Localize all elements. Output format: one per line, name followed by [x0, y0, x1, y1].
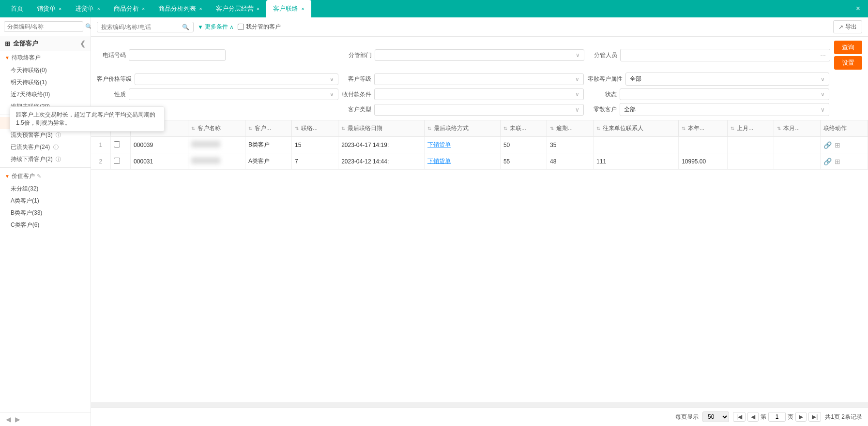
th-name: ⇅ 客户名称: [188, 120, 245, 137]
sidebar-search-icon[interactable]: 🔍: [85, 23, 91, 30]
td-this-month-1: [774, 137, 821, 153]
sidebar-item-today[interactable]: 今天待联络(0): [0, 64, 91, 76]
filter-dept-select[interactable]: ∨: [375, 49, 585, 61]
filter-customer-grade-select[interactable]: ∨: [374, 73, 584, 85]
sidebar-search-container: 🔍: [0, 17, 91, 36]
nav-product-list-close[interactable]: ×: [199, 6, 202, 12]
set-button[interactable]: 设置: [834, 56, 862, 70]
row1-checkbox[interactable]: [114, 141, 120, 147]
th-company-contact: ⇅ 往来单位联系人: [594, 120, 679, 137]
nav-customer-contact-close[interactable]: ×: [301, 6, 304, 12]
th-unlinked: ⇅ 未联...: [500, 120, 547, 137]
nav-product-analysis[interactable]: 商品分析 ×: [107, 0, 152, 17]
filter-payment-select[interactable]: ∨: [374, 88, 584, 100]
sort-icon-this-month[interactable]: ⇅: [777, 126, 781, 131]
sidebar-item-ungrouped[interactable]: 未分组(32): [0, 183, 91, 195]
nav-customer-layering-close[interactable]: ×: [257, 6, 259, 12]
sort-icon-last-date[interactable]: ⇅: [341, 126, 345, 131]
sidebar-next-btn[interactable]: ▶: [13, 414, 22, 424]
nav-purchase-close[interactable]: ×: [97, 6, 100, 12]
content-area: 🔍 ▼ 更多条件 ∧ 我分管的客户 ↗ 导出 电话号码: [91, 17, 868, 426]
export-button[interactable]: ↗ 导出: [833, 20, 862, 33]
td-checkbox-1: [110, 137, 131, 153]
filter-dept: 分管部门 ∨: [343, 49, 585, 61]
filter-dept-label: 分管部门: [343, 51, 372, 59]
filter-nature-select[interactable]: ∨: [129, 88, 338, 100]
sort-icon-this-year[interactable]: ⇅: [682, 126, 685, 131]
sort-icon-unlinked[interactable]: ⇅: [503, 126, 507, 131]
nav-product-analysis-close[interactable]: ×: [142, 6, 145, 12]
query-button[interactable]: 查询: [834, 41, 862, 54]
toolbar-search-input[interactable]: [101, 24, 180, 30]
filter-status-label: 状态: [588, 90, 617, 99]
sort-icon-name[interactable]: ⇅: [191, 126, 195, 131]
next-page-btn[interactable]: ▶: [795, 412, 807, 422]
nav-sales-label: 销货单: [37, 4, 56, 13]
nav-customer-layering[interactable]: 客户分层经营 ×: [209, 0, 266, 17]
sidebar-item-declining[interactable]: 持续下滑客户(2) ⓘ: [0, 153, 91, 165]
nav-purchase[interactable]: 进货单 ×: [68, 0, 107, 17]
sort-icon-last-month[interactable]: ⇅: [731, 126, 734, 131]
prev-page-btn[interactable]: ◀: [747, 412, 759, 422]
edit-icon[interactable]: ✎: [37, 173, 41, 179]
grid-icon-1[interactable]: ⊞: [835, 141, 840, 149]
filter-retail-attr-select[interactable]: 全部 ∨: [625, 73, 829, 86]
main-layout: 🔍 ⊞ 全部客户 ❮ ▼ 待联络客户 今天待联络(0) 明天待联络(1) 近7天…: [0, 17, 868, 426]
nav-home[interactable]: 首页: [4, 0, 30, 17]
sidebar-item-b-class[interactable]: B类客户(33): [0, 207, 91, 219]
sidebar-item-a-class[interactable]: A类客户(1): [0, 195, 91, 207]
window-close-button[interactable]: ×: [852, 4, 864, 13]
td-method-1[interactable]: 下销货单: [425, 137, 501, 153]
more-conditions-btn[interactable]: ▼ 更多条件 ∧: [198, 23, 234, 31]
nav-product-list[interactable]: 商品分析列表 ×: [152, 0, 209, 17]
sidebar-group-value[interactable]: ▼ 价值客户 ✎: [0, 170, 91, 183]
td-method-2[interactable]: 下销货单: [425, 153, 501, 170]
customer-grade-down-arrow: ∨: [575, 76, 579, 83]
td-this-year-2: 10995.00: [679, 153, 728, 170]
link-icon-2[interactable]: 🔗: [823, 158, 832, 165]
sidebar-item-churn-warning-label: 流失预警客户(3): [11, 132, 53, 138]
toolbar-search-icon[interactable]: 🔍: [182, 24, 189, 30]
nav-sales[interactable]: 销货单 ×: [30, 0, 68, 17]
sidebar-item-tomorrow[interactable]: 明天待联络(1): [0, 76, 91, 88]
last-page-btn[interactable]: ▶|: [808, 412, 821, 422]
sort-icon-overdue[interactable]: ⇅: [550, 126, 554, 131]
sort-icon-type[interactable]: ⇅: [248, 126, 252, 131]
sidebar-item-churned[interactable]: 已流失客户(24) ⓘ: [0, 141, 91, 153]
sidebar-item-c-class[interactable]: C类客户(6): [0, 219, 91, 231]
th-last-month-label: 上月...: [737, 124, 753, 132]
sidebar-group-waiting[interactable]: ▼ 待联络客户: [0, 51, 91, 64]
sidebar-item-a-class-label: A类客户(1): [11, 197, 39, 204]
grid-icon-2[interactable]: ⊞: [835, 158, 840, 165]
person-dots[interactable]: ···: [820, 51, 826, 59]
sidebar-item-7days[interactable]: 近7天待联络(0): [0, 88, 91, 101]
page-input[interactable]: [768, 412, 786, 422]
first-page-btn[interactable]: |◀: [733, 412, 746, 422]
th-type-label: 客户...: [255, 124, 271, 132]
filter-payment: 收付款条件 ∨: [342, 88, 584, 100]
filter-customer-type-select[interactable]: ∨: [374, 104, 584, 116]
filter-price-grade-select[interactable]: ∨: [135, 73, 338, 85]
link-icon-1[interactable]: 🔗: [823, 141, 832, 149]
sort-icon-last-method[interactable]: ⇅: [427, 126, 431, 131]
total-records-label: 共1页 2条记录: [825, 413, 862, 421]
filter-retail-customer-select[interactable]: 全部 ∨: [620, 103, 829, 116]
filter-status-select[interactable]: ∨: [620, 88, 829, 100]
info-icon-churn: ⓘ: [56, 132, 61, 138]
td-name-1: [188, 137, 245, 153]
per-page-select[interactable]: 50 20 100: [702, 411, 729, 422]
sidebar-search-input[interactable]: [4, 21, 83, 32]
nav-sales-close[interactable]: ×: [59, 6, 61, 12]
filter-phone-input[interactable]: [129, 49, 226, 61]
my-customers-checkbox[interactable]: [238, 24, 244, 30]
td-last-month-2: [728, 153, 774, 170]
horizontal-scrollbar[interactable]: [91, 402, 868, 407]
nav-customer-contact[interactable]: 客户联络 ×: [266, 0, 311, 17]
filter-person-select[interactable]: ···: [620, 49, 830, 61]
row2-checkbox[interactable]: [114, 158, 120, 164]
sidebar-collapse-btn[interactable]: ❮: [80, 40, 86, 47]
sort-icon-contact-count[interactable]: ⇅: [295, 126, 299, 131]
pagination-nav: |◀ ◀ 第 页 ▶ ▶|: [733, 412, 821, 422]
sort-icon-company-contact[interactable]: ⇅: [596, 126, 600, 131]
sidebar-prev-btn[interactable]: ◀: [4, 414, 13, 424]
